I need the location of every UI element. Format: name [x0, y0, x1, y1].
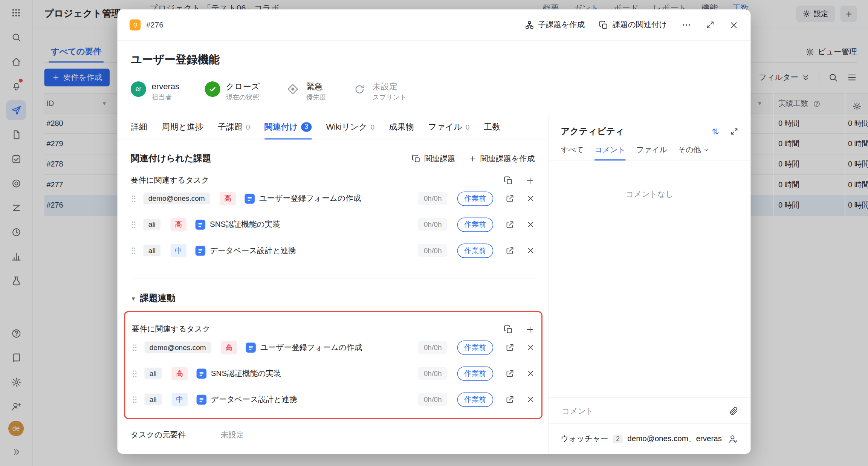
task-status-pill[interactable]: 作業前	[457, 243, 494, 258]
linked-task-row: demo@ones.com 高 ユーザー登録フォームの作成 0h/0h 作業前	[132, 335, 535, 361]
priority-label: 優先度	[306, 93, 326, 102]
task-priority-tag: 高	[221, 341, 237, 354]
watchers-row: ウォッチャー 2 demo@ones.com、erveras	[549, 423, 750, 454]
task-status-pill[interactable]: 作業前	[457, 392, 494, 406]
remove-link-icon[interactable]	[526, 246, 535, 255]
drag-handle-icon[interactable]	[131, 194, 137, 203]
requirement-type-icon	[130, 19, 141, 30]
issue-title: ユーザー登録機能	[131, 52, 737, 67]
activity-tab-other[interactable]: その他	[678, 145, 710, 160]
drag-handle-icon[interactable]	[131, 246, 137, 255]
assignee-field[interactable]: er erveras 担当者	[131, 81, 179, 102]
priority-field[interactable]: 緊急 優先度	[285, 81, 326, 102]
sprint-value: 未設定	[373, 81, 406, 91]
sprint-refresh-icon	[351, 81, 367, 97]
tab-subissues[interactable]: 子課題0	[218, 115, 250, 139]
open-in-new-icon[interactable]	[506, 220, 515, 229]
task-hours-pill: 0h/0h	[418, 341, 447, 354]
task-assignee-tag: ali	[145, 368, 162, 379]
related-issues-button[interactable]: 関連課題	[412, 154, 455, 163]
watch-toggle-icon[interactable]	[729, 434, 738, 444]
remove-link-icon[interactable]	[526, 343, 535, 351]
collapse-caret-icon: ▼	[131, 296, 136, 302]
open-in-new-icon[interactable]	[506, 369, 515, 378]
watchers-count-badge: 2	[613, 434, 623, 443]
comment-input-row	[549, 397, 750, 423]
task-source-value[interactable]: 未設定	[221, 430, 244, 439]
drag-handle-icon[interactable]	[131, 220, 137, 229]
activity-tab-files[interactable]: ファイル	[636, 145, 667, 160]
issue-linkage-heading: 課題連動	[140, 293, 176, 304]
copy-link-icon[interactable]	[504, 325, 513, 334]
tab-cycle-progress[interactable]: 周期と進捗	[162, 115, 203, 139]
task-hours-pill: 0h/0h	[418, 367, 447, 380]
drag-handle-icon[interactable]	[132, 369, 138, 378]
linked-task-row: ali 中 データベース設計と連携 0h/0h 作業前	[132, 387, 535, 413]
issue-detail-modal: #276 子課題を作成 課題の関連付け ユーザー登録機能 er	[118, 9, 751, 454]
link-issue-icon	[599, 20, 608, 30]
links-count-badge: 3	[301, 122, 312, 131]
link-issue-button[interactable]: 課題の関連付け	[599, 20, 667, 30]
copy-link-icon[interactable]	[504, 176, 513, 185]
activity-tab-comments[interactable]: コメント	[595, 145, 625, 160]
add-link-icon[interactable]	[525, 325, 535, 334]
open-in-new-icon[interactable]	[506, 246, 515, 255]
open-in-new-icon[interactable]	[506, 194, 515, 203]
activity-sort-icon[interactable]	[711, 127, 720, 136]
tab-files[interactable]: ファイル0	[428, 115, 470, 139]
task-assignee-tag: ali	[144, 218, 161, 230]
task-title[interactable]: データベース設計と連携	[210, 246, 296, 255]
tab-details[interactable]: 詳細	[131, 115, 147, 139]
task-type-icon	[196, 246, 205, 255]
drag-handle-icon[interactable]	[132, 343, 138, 352]
more-actions-icon[interactable]	[682, 20, 691, 30]
task-status-pill[interactable]: 作業前	[457, 366, 494, 380]
task-status-pill[interactable]: 作業前	[457, 217, 494, 232]
activity-title: アクティビティ	[561, 126, 624, 138]
issue-detail-main: 詳細 周期と進捗 子課題0 関連付け3 Wikiリンク0 成果物 ファイル0 工…	[118, 115, 548, 454]
task-status-pill[interactable]: 作業前	[457, 340, 494, 354]
fullscreen-expand-icon[interactable]	[706, 20, 715, 29]
task-hours-pill: 0h/0h	[418, 218, 447, 231]
drag-handle-icon[interactable]	[132, 395, 138, 404]
sprint-field[interactable]: 未設定 スプリント	[351, 81, 406, 102]
issue-linkage-collapse-header[interactable]: ▼ 課題連動	[131, 293, 535, 304]
task-assignee-tag: demo@ones.com	[144, 193, 210, 204]
screen: de プロジェクト管理 プロジェクト 「テスト06」コラボ 概要 ガント ボード…	[0, 0, 868, 466]
task-title[interactable]: SNS認証機能の実装	[210, 220, 280, 229]
tab-hours[interactable]: 工数	[484, 115, 501, 139]
comment-input[interactable]	[561, 406, 723, 416]
tab-links[interactable]: 関連付け3	[264, 115, 312, 139]
task-title[interactable]: ユーザー登録フォームの作成	[260, 342, 362, 352]
task-status-pill[interactable]: 作業前	[457, 191, 494, 206]
remove-link-icon[interactable]	[526, 369, 535, 377]
assignee-value: erveras	[152, 81, 180, 91]
task-assignee-tag: ali	[145, 394, 162, 405]
create-related-issue-button[interactable]: 関連課題を作成	[469, 154, 535, 163]
create-subissue-button[interactable]: 子課題を作成	[525, 20, 585, 30]
modal-header: #276 子課題を作成 課題の関連付け	[118, 9, 751, 41]
close-icon[interactable]	[729, 20, 738, 30]
priority-value: 緊急	[306, 81, 326, 91]
status-value: クローズ	[226, 81, 260, 91]
remove-link-icon[interactable]	[526, 194, 535, 203]
task-title[interactable]: データベース設計と連携	[211, 394, 297, 404]
add-link-icon[interactable]	[525, 176, 535, 185]
task-source-label: タスクの元要件	[131, 430, 219, 440]
create-subissue-label: 子課題を作成	[538, 20, 585, 30]
status-field[interactable]: クローズ 現在の状態	[205, 81, 260, 102]
open-in-new-icon[interactable]	[506, 343, 515, 352]
task-title[interactable]: SNS認証機能の実装	[211, 368, 281, 378]
subissue-tree-icon	[525, 20, 534, 30]
remove-link-icon[interactable]	[526, 395, 535, 403]
plus-icon	[469, 155, 477, 163]
activity-expand-icon[interactable]	[730, 127, 738, 136]
tab-deliverables[interactable]: 成果物	[389, 115, 414, 139]
activity-tab-all[interactable]: すべて	[561, 145, 584, 160]
tab-wiki-links[interactable]: Wikiリンク0	[326, 115, 374, 139]
open-in-new-icon[interactable]	[506, 395, 515, 404]
attachment-paperclip-icon[interactable]	[729, 406, 738, 416]
task-title[interactable]: ユーザー登録フォームの作成	[259, 194, 361, 203]
remove-link-icon[interactable]	[526, 220, 535, 229]
chevron-down-icon	[703, 147, 710, 153]
